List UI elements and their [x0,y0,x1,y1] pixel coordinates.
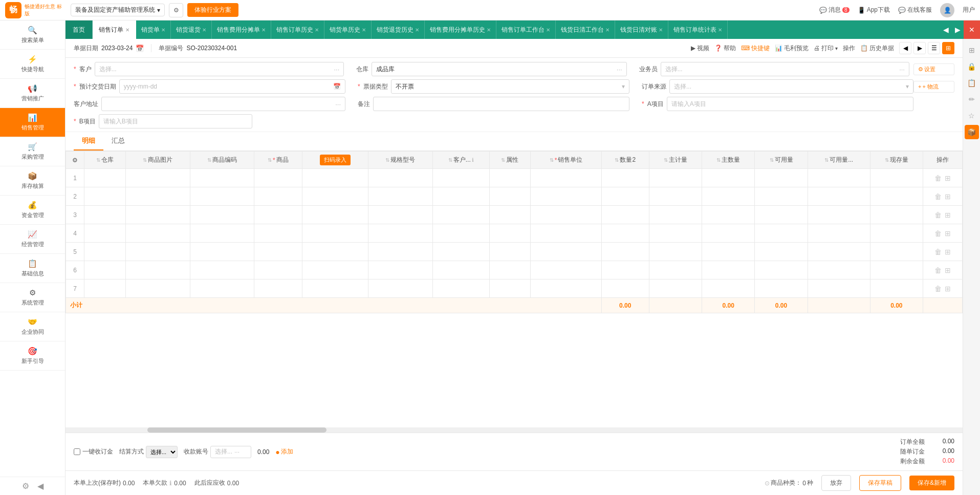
copy-row-button[interactable]: ⊞ [945,266,951,274]
tab-close-icon12[interactable]: ✕ [718,27,722,33]
tab-detail[interactable]: 明细 [74,132,103,150]
tab-sales-summary[interactable]: 销售订单统计表 ✕ [668,20,728,39]
collapse-icon[interactable]: ◀ [37,481,43,491]
save-new-button[interactable]: 保存&新增 [909,476,954,490]
delete-row-button[interactable]: 🗑 [934,248,942,256]
discard-button[interactable]: 放弃 [821,475,851,491]
tab-sales-goods[interactable]: 销货单 ✕ [136,20,171,39]
sidebar-item-search[interactable]: 🔍 搜索菜单 [0,20,65,50]
history-docs-button[interactable]: 📋 历史单据 [860,44,894,53]
col-settings[interactable]: ⚙ [66,152,84,169]
delete-row-button[interactable]: 🗑 [934,211,942,219]
info-icon[interactable]: ℹ [472,157,474,163]
view-button[interactable]: ▶ 视频 [691,44,709,53]
tab-sales-order[interactable]: 销售订单 ✕ [93,20,136,39]
tab-close-icon11[interactable]: ✕ [659,27,663,33]
tab-cost-history[interactable]: 销售费用分摊单历史 ✕ [425,20,496,39]
tab-next-button[interactable]: ▶ [952,20,964,39]
sidebar-item-sales[interactable]: 📊 销售管理 [0,108,65,137]
sidebar-item-finance[interactable]: 💰 资金管理 [0,196,65,225]
info-icon-owed[interactable]: ℹ [169,480,172,487]
staff-input[interactable]: 选择... ··· [661,62,909,76]
tab-daily-reconcile[interactable]: 钱货日清对账 ✕ [615,20,668,39]
right-panel-icon3[interactable]: 📋 [965,76,979,90]
sidebar-item-system[interactable]: ⚙ 系统管理 [0,283,65,312]
copy-row-button[interactable]: ⊞ [945,211,951,219]
invoice-select[interactable]: 不开票 ▾ [391,79,629,94]
remark-input[interactable] [373,97,629,111]
order-source-input[interactable]: 选择... ▾ [669,79,913,94]
copy-row-button[interactable]: ⊞ [945,229,951,238]
payment-select-input[interactable]: 选择... [146,446,178,458]
trial-button[interactable]: 体验行业方案 [187,3,238,17]
tab-close-icon6[interactable]: ✕ [362,27,366,33]
right-panel-icon4[interactable]: ✏ [965,92,979,106]
tab-close-icon8[interactable]: ✕ [487,27,491,33]
account-input[interactable]: 选择... ··· [210,446,251,458]
right-panel-icon6[interactable]: 📦 [965,125,979,139]
message-button[interactable]: 💬 消息 8 [819,6,850,14]
tab-close-icon3[interactable]: ✕ [202,27,206,33]
app-download-button[interactable]: 📱 App下载 [858,6,890,14]
sidebar-item-inventory[interactable]: 📦 库存核算 [0,166,65,196]
delivery-input[interactable]: yyyy-mm-dd 📅 [119,79,345,94]
add-button[interactable]: ● 添加 [275,447,293,456]
delete-row-button[interactable]: 🗑 [934,174,942,182]
tab-order-workbench[interactable]: 销售订单工作台 ✕ [496,20,556,39]
tab-return-history[interactable]: 销货退货历史 ✕ [372,20,425,39]
tab-sales-return[interactable]: 销货退货 ✕ [171,20,212,39]
copy-row-button[interactable]: ⊞ [945,192,951,201]
delete-row-button[interactable]: 🗑 [934,266,942,274]
sidebar-item-marketing[interactable]: 📢 营销推广 [0,79,65,108]
tab-summary[interactable]: 汇总 [103,132,133,150]
shortcut-button[interactable]: ⌨ 快捷键 [741,44,770,53]
right-panel-icon2[interactable]: 🔒 [965,59,979,74]
copy-row-button[interactable]: ⊞ [945,248,951,256]
add-view-button[interactable]: ⊞ [942,42,954,54]
save-draft-button[interactable]: 保存草稿 [859,475,901,491]
sidebar-item-guide[interactable]: 🎯 新手引导 [0,341,65,371]
address-input[interactable]: ··· [101,97,345,111]
delete-row-button[interactable]: 🗑 [934,229,942,238]
tab-daily-workbench[interactable]: 钱货日清工作台 ✕ [556,20,615,39]
sidebar-item-purchase[interactable]: 🛒 采购管理 [0,137,65,166]
sidebar-item-enterprise[interactable]: 🤝 企业协同 [0,312,65,341]
tab-close-icon9[interactable]: ✕ [546,27,550,33]
account-field[interactable]: 收款账号 选择... ··· [184,446,251,458]
tab-close-icon5[interactable]: ✕ [315,27,319,33]
nav-next-button[interactable]: ▶ [913,42,926,54]
sidebar-item-navigation[interactable]: ⚡ 快捷导航 [0,50,65,79]
tab-close-icon10[interactable]: ✕ [605,27,609,33]
tab-prev-button[interactable]: ◀ [940,20,952,39]
right-panel-icon1[interactable]: ⊞ [965,43,979,57]
tab-home[interactable]: 首页 [66,20,93,39]
online-service-button[interactable]: 💬 在线客服 [898,6,932,14]
list-view-button[interactable]: ☰ [928,42,940,54]
tab-close-all-button[interactable]: ✕ [964,20,980,39]
help-button[interactable]: ❓ 帮助 [714,44,736,53]
print-button[interactable]: 🖨 打印 ▾ [814,44,838,53]
calendar-icon[interactable]: 📅 [136,45,144,52]
tab-goods-history[interactable]: 销货单历史 ✕ [324,20,372,39]
tab-close-icon7[interactable]: ✕ [415,27,419,33]
delete-row-button[interactable]: 🗑 [934,285,942,293]
settings-icon[interactable]: ⚙ [169,3,183,17]
copy-row-button[interactable]: ⊞ [945,174,951,182]
tab-order-history[interactable]: 销售订单历史 ✕ [271,20,324,39]
payment-method-select[interactable]: 结算方式 选择... [119,446,178,458]
tab-close-icon4[interactable]: ✕ [262,27,266,33]
right-panel-icon5[interactable]: ☆ [965,109,979,123]
operations-button[interactable]: 操作 [843,44,855,53]
a-project-input[interactable]: 请输入A项目 [667,97,913,111]
copy-row-button[interactable]: ⊞ [945,285,951,293]
delete-row-button[interactable]: 🗑 [934,192,942,201]
one-click-checkbox[interactable]: 一键收订金 [74,447,113,456]
profit-preview-button[interactable]: 📊 毛利预览 [775,44,809,53]
customer-input[interactable]: 选择... ··· [95,62,344,76]
user-avatar[interactable]: 👤 [940,3,954,17]
tab-cost-split[interactable]: 销售费用分摊单 ✕ [212,20,271,39]
warehouse-input[interactable]: 成品库 ··· [372,62,626,76]
system-selector[interactable]: 装备及固定资产辅助管理系统 ▾ [71,4,165,16]
tab-close-icon2[interactable]: ✕ [161,27,165,33]
scan-enter-button[interactable]: 扫码录入 [320,155,351,165]
